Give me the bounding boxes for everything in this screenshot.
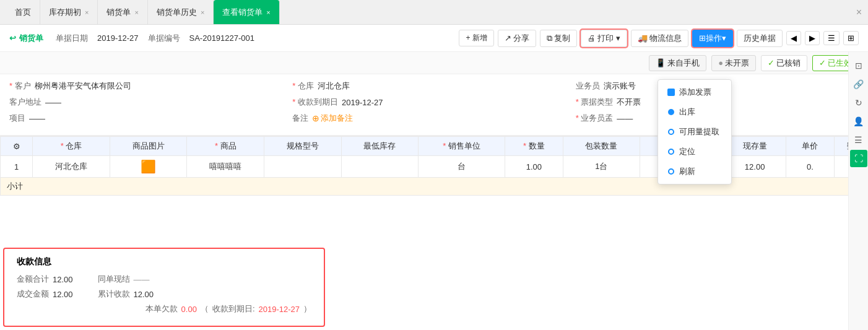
sidebar-expand-icon[interactable]: ⛶ — [850, 150, 867, 167]
number-value: SA-20191227-001 — [189, 33, 255, 43]
note-field: 备注 ⊕ 添加备注 — [292, 113, 575, 124]
dropdown-outbound[interactable]: 出库 — [658, 102, 731, 122]
due-bracket-close: ） — [303, 303, 311, 315]
copy-button[interactable]: ⧉ 复制 — [540, 30, 577, 47]
warehouse-field: 仓库 河北仓库 — [292, 80, 575, 92]
subtotal-label: 小计 — [1, 178, 868, 196]
row-spec — [264, 156, 341, 178]
product-table: ⚙ 仓库 商品图片 商品 规格型号 最低库存 销售单位 数量 包装数量 可用量 … — [0, 136, 868, 196]
tab-close-sales[interactable]: × — [134, 9, 138, 16]
dropdown-available-qty[interactable]: 可用量提取 — [658, 122, 731, 142]
tab-view-sales[interactable]: 查看销货单 × — [214, 0, 279, 24]
row-min-stock — [341, 156, 419, 178]
sidebar-copy-icon[interactable]: ⊡ — [850, 57, 867, 74]
col-img: 商品图片 — [110, 137, 187, 156]
tab-inventory-init[interactable]: 库存期初 × — [40, 0, 98, 24]
customer-label: 客户 — [9, 80, 31, 92]
phone-icon: 📱 — [656, 58, 666, 67]
tab-home[interactable]: 首页 — [6, 0, 40, 24]
tab-close-view[interactable]: × — [266, 9, 270, 16]
due-date-label: 收款到期日: — [212, 303, 255, 315]
col-warehouse: 仓库 — [33, 137, 110, 156]
transaction-item: 成交金额 12.00 — [17, 289, 73, 300]
logistics-button[interactable]: 🚚 物流信息 — [631, 30, 688, 47]
same-order-value: —— — [134, 275, 150, 284]
settings-icon[interactable]: ⚙ — [13, 142, 20, 151]
total-label: 金额合计 — [17, 274, 49, 285]
payment-date-label: 收款到期日 — [292, 97, 338, 108]
available-qty-icon — [667, 128, 675, 136]
share-button[interactable]: ↗ 分享 — [498, 30, 536, 47]
col-price: 单价 — [786, 137, 835, 156]
due-item: 本单欠款 0.00 （ 收款到期日: 2019-12-27 ） — [145, 303, 311, 315]
table-row: 1 河北仓库 🟧 嘻嘻嘻嘻 台 1.00 1台 12.00 0. — [1, 156, 868, 178]
outbound-icon — [667, 108, 675, 116]
payment-info-title: 收款信息 — [17, 256, 311, 267]
project-label: 项目 — [9, 113, 25, 124]
row-warehouse: 河北仓库 — [33, 156, 110, 178]
new-button[interactable]: + 新增 — [459, 30, 493, 46]
row-product: 嘻嘻嘻嘻 — [187, 156, 264, 178]
right-sidebar: ⊡ 🔗 ↻ 👤 ☰ ⛶ — [848, 52, 868, 330]
sidebar-user-icon[interactable]: 👤 — [850, 113, 867, 130]
add-invoice-icon — [667, 88, 675, 97]
col-product: 商品 — [187, 137, 264, 156]
truck-icon: 🚚 — [638, 33, 648, 43]
subtotal-row: 小计 — [1, 178, 868, 196]
cumulative-item: 累计收款 12.00 — [98, 289, 154, 300]
customer-field: 客户 柳州粤港平安气体有限公司 — [9, 80, 292, 92]
tab-bar: 首页 库存期初 × 销货单 × 销货单历史 × 查看销货单 × × — [0, 0, 868, 25]
tab-close-inventory[interactable]: × — [85, 9, 89, 16]
due-date-text: （ — [201, 303, 209, 315]
dropdown-add-invoice[interactable]: 添加发票 — [658, 82, 731, 102]
same-order-label: 同单现结 — [98, 274, 130, 285]
grid-icon: ⊞ — [699, 33, 706, 43]
doc-meta: 单据日期 2019-12-27 单据编号 SA-20191227-001 — [56, 33, 254, 44]
project-field: 项目 —— — [9, 113, 292, 124]
address-label: 客户地址 — [9, 97, 41, 108]
print-button[interactable]: 🖨 打印 ▾ — [581, 30, 627, 47]
project-value: —— — [29, 114, 45, 123]
staff-label: 业务员 — [576, 80, 600, 92]
col-min-stock: 最低库存 — [341, 137, 419, 156]
staff-value: 演示账号 — [604, 80, 636, 92]
add-note-button[interactable]: ⊕ 添加备注 — [312, 113, 353, 124]
date-value: 2019-12-27 — [97, 33, 139, 43]
not-open-button[interactable]: ● 未开票 — [711, 55, 756, 71]
view-list[interactable]: ☰ — [823, 31, 840, 45]
form-area: 客户 柳州粤港平安气体有限公司 仓库 河北仓库 业务员 演示账号 客户地址 ——… — [0, 74, 868, 136]
doc-icon: ↩ — [9, 33, 16, 43]
not-open-icon: ● — [718, 58, 723, 67]
from-phone-button[interactable]: 📱 来自手机 — [649, 55, 706, 71]
dropdown-locate[interactable]: 定位 — [658, 142, 731, 162]
col-unit: 销售单位 — [419, 137, 505, 156]
date-label: 单据日期 — [56, 33, 88, 44]
col-gear: ⚙ — [1, 137, 33, 156]
sidebar-refresh-icon[interactable]: ↻ — [850, 94, 867, 111]
row-price: 0. — [786, 156, 835, 178]
close-all-button[interactable]: × — [856, 7, 862, 18]
warehouse-label: 仓库 — [292, 80, 314, 92]
nav-next[interactable]: ▶ — [805, 31, 820, 45]
col-current-stock: 现存量 — [724, 137, 786, 156]
cumulative-value: 12.00 — [134, 290, 154, 299]
tab-close-history[interactable]: × — [201, 9, 204, 16]
ticket-value: 不开票 — [617, 97, 641, 108]
customer-value: 柳州粤港平安气体有限公司 — [35, 80, 131, 92]
sub-action-bar: 📱 来自手机 ● 未开票 ✓ 已核销 ✓ 已生效 — [0, 52, 868, 74]
tab-sales-history[interactable]: 销货单历史 × — [148, 0, 214, 24]
nav-prev[interactable]: ◀ — [786, 31, 801, 45]
tab-sales-order[interactable]: 销货单 × — [98, 0, 147, 24]
confirm-button[interactable]: ✓ 已核销 — [761, 55, 807, 71]
view-grid[interactable]: ⊞ — [843, 31, 859, 45]
sidebar-link-icon[interactable]: 🔗 — [850, 76, 867, 93]
address-value: —— — [45, 98, 61, 107]
dropdown-refresh[interactable]: 刷新 — [658, 162, 731, 181]
history-button[interactable]: 历史单据 — [737, 30, 783, 47]
operations-button[interactable]: ⊞ 操作 ▾ — [692, 30, 733, 47]
info-row-3: 本单欠款 0.00 （ 收款到期日: 2019-12-27 ） — [17, 303, 311, 315]
copy-icon: ⧉ — [547, 33, 552, 43]
sidebar-list-icon[interactable]: ☰ — [850, 131, 867, 149]
row-unit: 台 — [419, 156, 505, 178]
doc-header: ↩ 销货单 单据日期 2019-12-27 单据编号 SA-20191227-0… — [0, 25, 868, 52]
